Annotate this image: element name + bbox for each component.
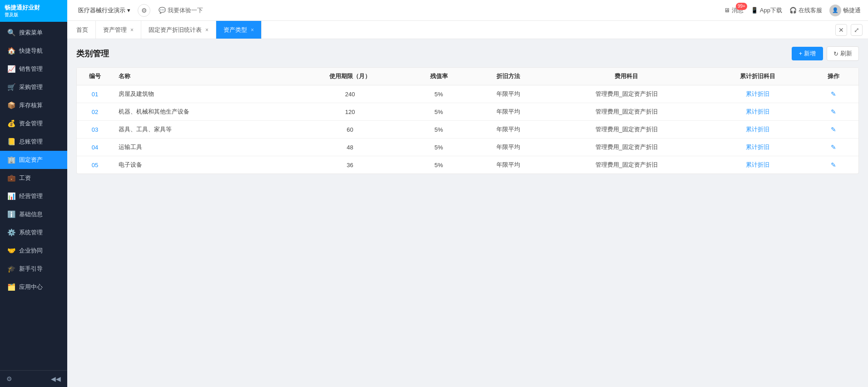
sidebar-item-system[interactable]: ⚙️ 系统管理 — [0, 223, 67, 242]
tab-label: 首页 — [76, 26, 88, 34]
row-expense: 管理费用_固定资产折旧 — [546, 121, 707, 139]
row-expense: 管理费用_固定资产折旧 — [546, 156, 707, 174]
gear-icon: ⚙ — [141, 7, 147, 14]
row-method: 年限平均 — [470, 156, 546, 174]
row-expense: 管理费用_固定资产折旧 — [546, 103, 707, 121]
sidebar-item-label: 企业协同 — [19, 247, 43, 255]
company-selector[interactable]: 医疗器械行业演示 ▾ — [74, 5, 134, 16]
sidebar-item-label: 经营管理 — [19, 192, 43, 200]
row-actions: ✎ — [808, 139, 858, 156]
sidebar-item-sales[interactable]: 📈 销售管理 — [0, 60, 67, 78]
message-icon: 🖥 — [724, 7, 730, 14]
online-service-label: 在线客服 — [799, 6, 822, 15]
close-tab-button[interactable]: ✕ — [835, 24, 847, 36]
tab-close-asset-type[interactable]: × — [251, 27, 254, 33]
sidebar-item-purchase[interactable]: 🛒 采购管理 — [0, 78, 67, 96]
sidebar-item-payroll[interactable]: 💼 工资 — [0, 169, 67, 187]
operation-icon: 📊 — [7, 192, 15, 200]
col-header: 费用科目 — [546, 68, 707, 85]
guide-icon: 🎓 — [7, 265, 15, 273]
finance-icon: 💰 — [7, 119, 15, 128]
messages-badge: 99+ — [736, 3, 747, 10]
topbar-settings-button[interactable]: ⚙ — [138, 4, 150, 17]
row-id: 05 — [77, 156, 113, 174]
new-button[interactable]: + 新增 — [792, 47, 823, 60]
table-header: 编号名称使用期限（月）残值率折旧方法费用科目累计折旧科目操作 — [77, 68, 858, 85]
tab-close-asset-management[interactable]: × — [130, 27, 134, 33]
sidebar-item-search[interactable]: 🔍 搜索菜单 — [0, 24, 67, 42]
chat-icon: 💬 — [159, 7, 166, 14]
row-accumulated: 累计折旧 — [707, 121, 808, 139]
tab-asset-management[interactable]: 资产管理× — [96, 21, 141, 39]
row-method: 年限平均 — [470, 85, 546, 103]
col-header: 操作 — [808, 68, 858, 85]
settings-icon[interactable]: ⚙ — [6, 375, 12, 382]
experience-button[interactable]: 💬 我要体验一下 — [154, 5, 208, 16]
row-expense: 管理费用_固定资产折旧 — [546, 85, 707, 103]
app-logo: 畅捷通好业财 普及版 — [0, 0, 67, 22]
fixed-asset-icon: 🏢 — [7, 156, 15, 164]
sidebar-item-ledger[interactable]: 📒 总账管理 — [0, 133, 67, 151]
page-header: 类别管理 + 新增 ↻ 刷新 — [76, 46, 859, 61]
app-download-button[interactable]: 📱 App下载 — [751, 6, 782, 15]
sidebar-item-label: 快捷导航 — [19, 47, 43, 55]
sidebar-item-label: 新手引导 — [19, 265, 43, 273]
tab-asset-type[interactable]: 资产类型× — [216, 21, 262, 39]
sidebar-item-guide[interactable]: 🎓 新手引导 — [0, 260, 67, 278]
avatar: 👤 — [829, 5, 841, 16]
row-residual: 5% — [407, 139, 470, 156]
online-service-button[interactable]: 🎧 在线客服 — [789, 6, 822, 15]
company-name: 医疗器械行业演示 — [78, 6, 125, 15]
col-header: 残值率 — [407, 68, 470, 85]
user-profile-button[interactable]: 👤 畅捷通 — [829, 5, 861, 16]
sidebar-item-fixed-asset[interactable]: 🏢 固定资产 — [0, 151, 67, 169]
edit-icon[interactable]: ✎ — [831, 144, 836, 151]
avatar-icon: 👤 — [832, 7, 838, 13]
maximize-button[interactable]: ⤢ — [851, 24, 863, 36]
row-actions: ✎ — [808, 103, 858, 121]
row-id: 01 — [77, 85, 113, 103]
tab-close-fixed-asset-table[interactable]: × — [205, 27, 208, 33]
row-period: 120 — [293, 103, 407, 121]
edit-icon[interactable]: ✎ — [831, 126, 836, 133]
sidebar-item-label: 总账管理 — [19, 138, 43, 146]
row-period: 36 — [293, 156, 407, 174]
sidebar-item-cooperation[interactable]: 🤝 企业协同 — [0, 242, 67, 260]
tabs-actions: ✕ ⤢ — [835, 24, 868, 36]
table-row: 05 电子设备 36 5% 年限平均 管理费用_固定资产折旧 累计折旧 ✎ — [77, 156, 858, 174]
sidebar-item-inventory[interactable]: 📦 库存核算 — [0, 96, 67, 114]
tab-label: 固定资产折旧统计表 — [149, 26, 202, 34]
sidebar-item-quick-nav[interactable]: 🏠 快捷导航 — [0, 42, 67, 60]
app-download-label: App下载 — [760, 6, 782, 15]
page-content: 类别管理 + 新增 ↻ 刷新 编号名称使用期限（月）残值率折旧方法费用科目累计折… — [67, 39, 868, 387]
row-method: 年限平均 — [470, 121, 546, 139]
row-residual: 5% — [407, 156, 470, 174]
category-table: 编号名称使用期限（月）残值率折旧方法费用科目累计折旧科目操作 01 房屋及建筑物… — [77, 68, 858, 174]
sidebar-item-basic-info[interactable]: ℹ️ 基础信息 — [0, 205, 67, 223]
sidebar-item-app-center[interactable]: 🗂️ 应用中心 — [0, 278, 67, 296]
collapse-icon[interactable]: ◀◀ — [51, 375, 61, 382]
headset-icon: 🎧 — [789, 7, 797, 14]
sidebar-item-label: 搜索菜单 — [19, 29, 43, 37]
messages-button[interactable]: 🖥 消息 99+ — [724, 6, 744, 15]
edit-icon[interactable]: ✎ — [831, 90, 836, 98]
sidebar-item-label: 库存核算 — [19, 101, 43, 109]
sidebar-item-label: 基础信息 — [19, 210, 43, 218]
row-method: 年限平均 — [470, 103, 546, 121]
row-id: 04 — [77, 139, 113, 156]
row-actions: ✎ — [808, 85, 858, 103]
refresh-button[interactable]: ↻ 刷新 — [827, 46, 859, 61]
topbar-left: 医疗器械行业演示 ▾ ⚙ 💬 我要体验一下 — [74, 4, 719, 17]
ledger-icon: 📒 — [7, 138, 15, 146]
tab-home[interactable]: 首页 — [67, 21, 96, 39]
sidebar-item-operation[interactable]: 📊 经营管理 — [0, 187, 67, 205]
row-residual: 5% — [407, 103, 470, 121]
sidebar-item-finance[interactable]: 💰 资金管理 — [0, 114, 67, 133]
experience-label: 我要体验一下 — [168, 6, 203, 15]
sidebar-item-label: 资金管理 — [19, 119, 43, 128]
edit-icon[interactable]: ✎ — [831, 161, 836, 169]
row-expense: 管理费用_固定资产折旧 — [546, 139, 707, 156]
tab-fixed-asset-table[interactable]: 固定资产折旧统计表× — [141, 21, 216, 39]
edit-icon[interactable]: ✎ — [831, 108, 836, 115]
row-name: 电子设备 — [113, 156, 293, 174]
